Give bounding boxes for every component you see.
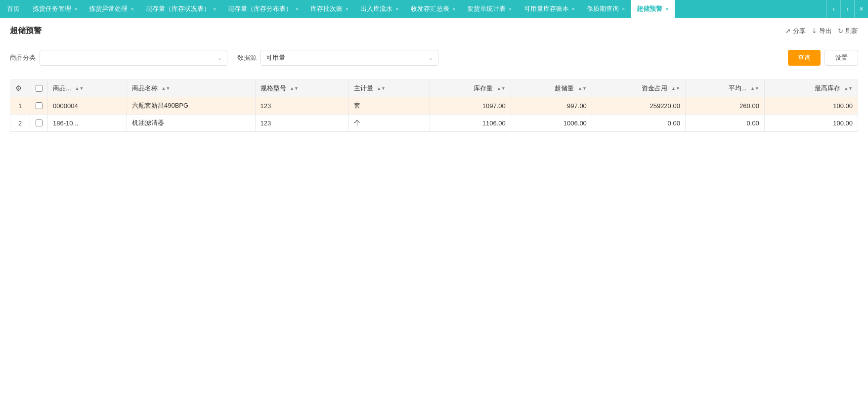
nav-tab-11[interactable]: 超储预警 × (631, 0, 674, 18)
refresh-button[interactable]: ↻ 刷新 (838, 27, 858, 36)
nav-next-button[interactable]: › (840, 0, 854, 18)
nav-prev-button[interactable]: ‹ (826, 0, 840, 18)
col-header-settings: ⚙ (10, 80, 30, 97)
sort-icon: ▲▼ (75, 86, 84, 91)
share-button[interactable]: ➚ 分享 (785, 27, 806, 36)
sort-icon: ▲▼ (844, 86, 853, 91)
nav-tab-2[interactable]: 拣货异常处理 × (83, 0, 139, 18)
row-unit-2: 个 (348, 115, 430, 132)
page-header: 超储预警 ➚ 分享 ⇓ 导出 ↻ 刷新 (10, 26, 858, 36)
row-avg-2: 0.00 (685, 115, 764, 132)
close-icon[interactable]: × (346, 6, 348, 12)
nav-tab-6[interactable]: 出入库流水 × (354, 0, 404, 18)
nav-tab-8[interactable]: 要货单统计表 × (461, 0, 518, 18)
share-label: 分享 (793, 27, 806, 36)
datasource-label: 数据源 (237, 53, 257, 62)
row-index-1: 1 (10, 97, 30, 115)
row-select-checkbox-2[interactable] (36, 119, 43, 126)
row-product-name-2: 机油滤清器 (127, 115, 255, 132)
top-nav: 首页 拣货任务管理 × 拣货异常处理 × 现存量（库存状况表） × 现存量（库存… (0, 0, 868, 18)
row-capital-2: 0.00 (592, 115, 685, 132)
nav-tab-10[interactable]: 保质期查询 × (581, 0, 631, 18)
nav-tab-1-label: 拣货任务管理 (33, 4, 71, 13)
row-spec-1: 123 (255, 97, 348, 115)
share-icon: ➚ (785, 27, 791, 35)
sort-icon: ▲▼ (750, 86, 759, 91)
row-index-2: 2 (10, 115, 30, 132)
col-header-product-name[interactable]: 商品名称 ▲▼ (127, 80, 255, 97)
col-header-max-stock[interactable]: 最高库存 ▲▼ (764, 80, 858, 97)
col-header-product-code[interactable]: 商品... ▲▼ (48, 80, 127, 97)
nav-tab-10-label: 保质期查询 (587, 4, 619, 13)
table-header-row: ⚙ 商品... ▲▼ 商品名称 ▲▼ 规格型号 ▲▼ (10, 80, 858, 97)
nav-home[interactable]: 首页 (0, 0, 27, 18)
refresh-icon: ↻ (838, 27, 843, 35)
page-content: 超储预警 ➚ 分享 ⇓ 导出 ↻ 刷新 商品分类 ⌄ 数据源 (0, 18, 868, 395)
nav-tab-9[interactable]: 可用量库存账本 × (518, 0, 581, 18)
row-product-code-1: 0000004 (48, 97, 127, 115)
nav-tab-9-label: 可用量库存账本 (524, 4, 569, 13)
sort-icon: ▲▼ (377, 86, 386, 91)
nav-tab-3-label: 现存量（库存状况表） (146, 4, 210, 13)
category-select[interactable]: ⌄ (40, 50, 227, 66)
col-header-stock[interactable]: 库存量 ▲▼ (430, 80, 511, 97)
row-overstock-2: 1006.00 (511, 115, 592, 132)
select-all-checkbox[interactable] (36, 85, 43, 92)
row-select-checkbox-1[interactable] (36, 102, 43, 109)
sort-icon: ▲▼ (162, 86, 171, 91)
col-header-avg[interactable]: 平均... ▲▼ (685, 80, 764, 97)
close-icon[interactable]: × (572, 6, 575, 12)
row-checkbox-1 (30, 97, 48, 115)
header-actions: ➚ 分享 ⇓ 导出 ↻ 刷新 (785, 27, 858, 36)
chevron-down-icon: ⌄ (429, 55, 433, 61)
datasource-select[interactable]: 可用量 ⌄ (260, 50, 438, 66)
row-checkbox-2 (30, 115, 48, 132)
sort-icon: ▲▼ (671, 86, 680, 91)
nav-arrows: ‹ › × (826, 0, 868, 18)
sort-icon: ▲▼ (497, 86, 506, 91)
close-icon[interactable]: × (130, 6, 133, 12)
gear-icon[interactable]: ⚙ (15, 84, 22, 92)
sort-icon: ▲▼ (578, 86, 587, 91)
row-stock-1: 1097.00 (430, 97, 511, 115)
col-header-overstock[interactable]: 超储量 ▲▼ (511, 80, 592, 97)
close-icon[interactable]: × (452, 6, 455, 12)
chevron-down-icon: ⌄ (217, 55, 222, 61)
nav-tab-4[interactable]: 现存量（库存分布表） × (222, 0, 304, 18)
close-icon[interactable]: × (395, 6, 398, 12)
col-header-unit[interactable]: 主计量 ▲▼ (348, 80, 430, 97)
nav-close-button[interactable]: × (854, 0, 868, 18)
row-max-stock-1: 100.00 (764, 97, 858, 115)
nav-tab-5[interactable]: 库存批次账 × (304, 0, 354, 18)
close-icon[interactable]: × (665, 6, 668, 12)
settings-button[interactable]: 设置 (825, 50, 858, 66)
nav-tab-7[interactable]: 收发存汇总表 × (405, 0, 461, 18)
close-icon[interactable]: × (295, 6, 298, 12)
row-product-name-1: 六配套新昌490BPG (127, 97, 255, 115)
col-header-spec[interactable]: 规格型号 ▲▼ (255, 80, 348, 97)
col-header-checkbox (30, 80, 48, 97)
close-icon[interactable]: × (74, 6, 77, 12)
sort-icon: ▲▼ (290, 86, 299, 91)
data-table: ⚙ 商品... ▲▼ 商品名称 ▲▼ 规格型号 ▲▼ (10, 79, 858, 132)
export-button[interactable]: ⇓ 导出 (812, 27, 832, 36)
nav-tab-6-label: 出入库流水 (360, 4, 392, 13)
query-button[interactable]: 查询 (788, 50, 821, 66)
row-capital-1: 259220.00 (592, 97, 685, 115)
close-icon[interactable]: × (213, 6, 216, 12)
refresh-label: 刷新 (845, 27, 858, 36)
filter-category-item: 商品分类 ⌄ (10, 50, 227, 66)
nav-tab-1[interactable]: 拣货任务管理 × (27, 0, 83, 18)
nav-tab-3[interactable]: 现存量（库存状况表） × (140, 0, 222, 18)
col-header-capital[interactable]: 资金占用 ▲▼ (592, 80, 685, 97)
close-icon[interactable]: × (509, 6, 512, 12)
nav-tab-8-label: 要货单统计表 (467, 4, 506, 13)
category-label: 商品分类 (10, 53, 36, 62)
close-icon[interactable]: × (622, 6, 625, 12)
filter-area: 商品分类 ⌄ 数据源 可用量 ⌄ 查询 设置 (10, 44, 858, 72)
row-avg-1: 260.00 (685, 97, 764, 115)
row-max-stock-2: 100.00 (764, 115, 858, 132)
row-product-code-2: 186-10... (48, 115, 127, 132)
nav-tab-4-label: 现存量（库存分布表） (228, 4, 292, 13)
page-title: 超储预警 (10, 26, 42, 36)
